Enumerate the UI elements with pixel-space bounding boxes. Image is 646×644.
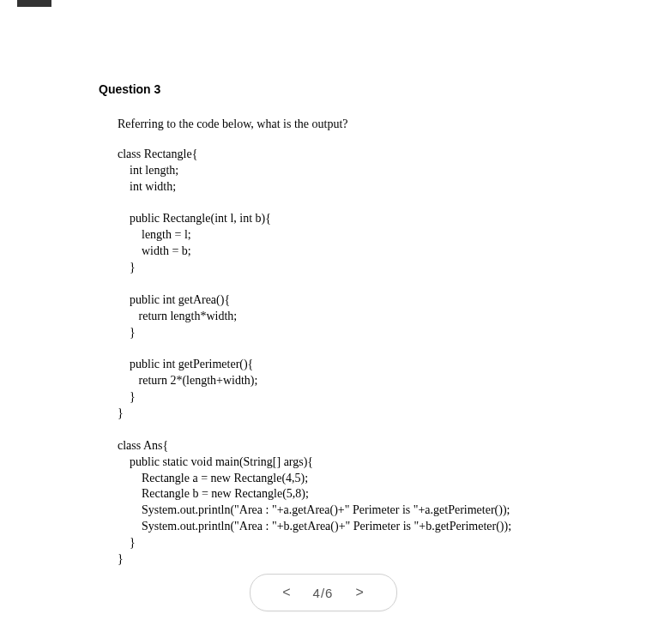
question-heading: Question 3 <box>99 81 612 98</box>
page-navigator: < 4/6 > <box>250 574 397 611</box>
next-page-button[interactable]: > <box>355 586 363 599</box>
question-page: Question 3 Referring to the code below, … <box>99 81 612 567</box>
code-listing: class Rectangle{ int length; int width; … <box>118 147 612 568</box>
page-position: 4/6 <box>313 586 334 600</box>
window-top-stub <box>17 0 51 7</box>
prev-page-button[interactable]: < <box>282 586 290 599</box>
question-content: Referring to the code below, what is the… <box>99 117 612 568</box>
question-prompt: Referring to the code below, what is the… <box>118 117 612 133</box>
